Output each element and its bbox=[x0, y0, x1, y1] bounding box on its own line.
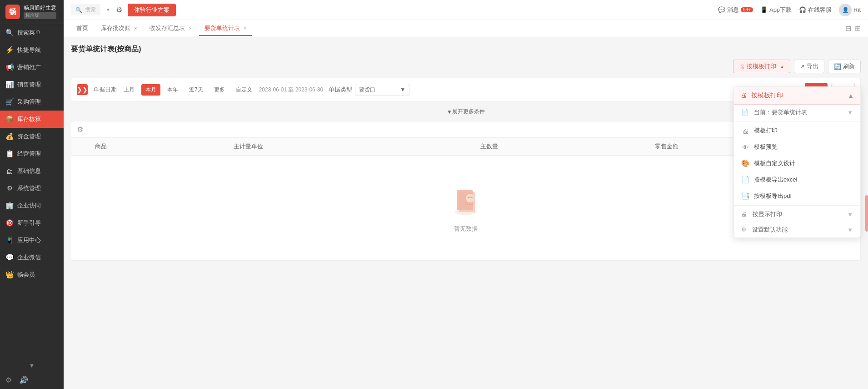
sidebar-item-operations[interactable]: 📋 经营管理 bbox=[0, 145, 64, 162]
set-default-item[interactable]: ⚙ 设置默认功能 ▼ bbox=[734, 222, 860, 237]
logo-icon: 畅 bbox=[5, 5, 20, 19]
template-design-label: 模板自定义设计 bbox=[754, 159, 795, 167]
date-range-display: 2023-06-01 至 2023-06-30 bbox=[259, 86, 323, 94]
topbar-search-box[interactable]: 🔍 搜索 bbox=[71, 4, 100, 15]
app-download-label: App下载 bbox=[769, 6, 792, 14]
sidebar-item-enterprise[interactable]: 🏢 企业协同 bbox=[0, 197, 64, 214]
print-template-button[interactable]: 🖨 按模板打印 ▲ bbox=[733, 60, 790, 73]
logo-text-group: 畅康通好生意 标准版 bbox=[24, 5, 56, 19]
tab-receivables[interactable]: 收发存汇总表 × bbox=[144, 21, 197, 36]
tab-expand-button[interactable]: ⊞ bbox=[855, 24, 861, 33]
col-check bbox=[71, 138, 90, 156]
sidebar-footer: ⚙ 🔊 bbox=[0, 371, 64, 389]
template-preview-item[interactable]: 👁 模板预览 bbox=[734, 139, 860, 155]
sidebar-item-label: 搜索菜单 bbox=[17, 29, 41, 37]
dropdown-header-label: 按模板打印 bbox=[751, 91, 783, 99]
dropdown-close-button[interactable]: ▲ bbox=[848, 92, 854, 99]
display-print-item[interactable]: 🖨 按显示打印 ▼ bbox=[734, 207, 860, 222]
marketing-icon: 📢 bbox=[5, 63, 14, 71]
logo-name: 畅康通好生意 bbox=[24, 5, 56, 12]
display-print-arrow: ▼ bbox=[847, 211, 853, 218]
tab-order-stats[interactable]: 要货单统计表 × bbox=[199, 21, 252, 36]
date-btn-current-month[interactable]: 本月 bbox=[141, 84, 160, 96]
template-print-item[interactable]: 🖨 模板打印 bbox=[734, 122, 860, 139]
export-pdf-item[interactable]: 📑 按模板导出pdf bbox=[734, 188, 860, 204]
date-btn-custom[interactable]: 自定义 bbox=[232, 84, 256, 96]
template-design-icon: 🎨 bbox=[741, 159, 749, 167]
settings-icon[interactable]: ⚙ bbox=[5, 376, 12, 384]
filter-expand-arrow[interactable]: ❯❯ bbox=[77, 84, 88, 95]
online-service-item[interactable]: 🎧 在线客服 bbox=[799, 6, 832, 14]
sidebar-item-system[interactable]: ⚙ 系统管理 bbox=[0, 180, 64, 197]
sidebar-item-wechat[interactable]: 💬 企业微信 bbox=[0, 249, 64, 266]
print-header-icon: 🖨 bbox=[740, 91, 747, 99]
col-unit: 主计量单位 bbox=[228, 138, 475, 156]
sidebar-item-search[interactable]: 🔍 搜索菜单 bbox=[0, 24, 64, 41]
date-btn-7days[interactable]: 近7天 bbox=[185, 84, 207, 96]
sidebar-item-apps[interactable]: 📱 应用中心 bbox=[0, 232, 64, 249]
basic-icon: 🗂 bbox=[5, 167, 14, 175]
tab-minimize-button[interactable]: ⊟ bbox=[845, 24, 851, 33]
export-excel-item[interactable]: 📄 按模板导出excel bbox=[734, 172, 860, 188]
sidebar-item-label: 销售管理 bbox=[17, 81, 41, 89]
order-type-filter: 单据类型 要货口 ▼ bbox=[329, 84, 409, 96]
set-default-arrow: ▼ bbox=[847, 227, 853, 233]
user-avatar[interactable]: 👤 Rit bbox=[839, 4, 861, 16]
tab-close-receivables[interactable]: × bbox=[189, 25, 191, 31]
order-type-select[interactable]: 要货口 ▼ bbox=[355, 84, 409, 96]
sidebar-item-shortcuts[interactable]: ⚡ 快捷导航 bbox=[0, 41, 64, 59]
operations-icon: 📋 bbox=[5, 150, 14, 158]
current-arrow: ▼ bbox=[847, 109, 853, 116]
topbar: 🔍 搜索 ▼ ⚙ 体验行业方案 💬 消息 99+ 📱 App下载 🎧 在线客服 … bbox=[64, 0, 868, 20]
sidebar-item-vip[interactable]: 👑 畅会员 bbox=[0, 266, 64, 283]
sidebar-item-inventory[interactable]: 📦 库存核算 bbox=[0, 111, 64, 128]
refresh-label: 刷新 bbox=[843, 62, 855, 71]
template-design-item[interactable]: 🎨 模板自定义设计 bbox=[734, 155, 860, 172]
sidebar-item-basic[interactable]: 🗂 基础信息 bbox=[0, 162, 64, 180]
template-preview-label: 模板预览 bbox=[754, 143, 778, 151]
sidebar-item-finance[interactable]: 💰 资金管理 bbox=[0, 128, 64, 145]
topbar-gear-icon[interactable]: ⚙ bbox=[116, 5, 122, 14]
apps-icon: 📱 bbox=[5, 236, 14, 244]
export-button[interactable]: ↗ 导出 bbox=[794, 60, 824, 73]
order-type-arrow: ▼ bbox=[400, 86, 405, 93]
sidebar-item-label: 应用中心 bbox=[17, 236, 41, 244]
expand-more-icon: ▼ bbox=[447, 109, 452, 115]
messages-item[interactable]: 💬 消息 99+ bbox=[718, 6, 753, 14]
trial-button[interactable]: 体验行业方案 bbox=[128, 4, 176, 16]
template-print-label: 模板打印 bbox=[754, 126, 778, 135]
right-scrollbar[interactable] bbox=[865, 195, 868, 232]
vip-icon: 👑 bbox=[5, 271, 14, 279]
content-area: 要货单统计表(按商品) 🖨 按模板打印 ▲ ↗ 导出 🔄 刷新 ❯❯ 单据日期 … bbox=[64, 37, 868, 389]
sidebar-item-label: 库存核算 bbox=[17, 115, 41, 123]
sidebar-item-label: 企业协同 bbox=[17, 202, 41, 210]
date-btn-more[interactable]: 更多 bbox=[210, 84, 229, 96]
set-default-label: 设置默认功能 bbox=[752, 226, 788, 233]
sidebar-nav: 🔍 搜索菜单 ⚡ 快捷导航 📢 营销推广 📊 销售管理 🛒 采购管理 📦 库存核… bbox=[0, 24, 64, 360]
table-settings-icon[interactable]: ⚙ bbox=[77, 125, 83, 134]
tab-inventory-batch[interactable]: 库存批次账 × bbox=[95, 21, 142, 36]
app-download-item[interactable]: 📱 App下载 bbox=[760, 6, 792, 14]
search-menu-icon: 🔍 bbox=[5, 29, 14, 37]
tab-home[interactable]: 首页 bbox=[71, 21, 94, 36]
dropdown-header: 🖨 按模板打印 ▲ bbox=[734, 87, 860, 105]
sidebar-item-sales[interactable]: 📊 销售管理 bbox=[0, 76, 64, 93]
col-product: 商品 bbox=[90, 138, 228, 156]
sidebar-item-purchase[interactable]: 🛒 采购管理 bbox=[0, 93, 64, 111]
sidebar-item-marketing[interactable]: 📢 营销推广 bbox=[0, 59, 64, 76]
print-icon: 🖨 bbox=[739, 63, 745, 70]
tab-close-inventory-batch[interactable]: × bbox=[134, 25, 137, 31]
date-btn-prev-month[interactable]: 上月 bbox=[120, 84, 139, 96]
current-template-item[interactable]: 📄 当前：要货单统计表 ▼ bbox=[734, 105, 860, 120]
sound-icon[interactable]: 🔊 bbox=[19, 376, 28, 384]
sidebar-item-label: 系统管理 bbox=[17, 184, 41, 192]
sidebar-scroll-down[interactable]: ▼ bbox=[0, 360, 64, 371]
refresh-button[interactable]: 🔄 刷新 bbox=[828, 60, 861, 73]
messages-badge: 99+ bbox=[741, 7, 753, 12]
expand-more-label: 展开更多条件 bbox=[452, 108, 485, 116]
tab-close-order-stats[interactable]: × bbox=[244, 25, 246, 31]
date-btn-current-year[interactable]: 本年 bbox=[163, 84, 182, 96]
search-dropdown-arrow[interactable]: ▼ bbox=[106, 7, 110, 12]
sidebar-item-label: 资金管理 bbox=[17, 132, 41, 141]
sidebar-item-guide[interactable]: 🎯 新手引导 bbox=[0, 214, 64, 232]
